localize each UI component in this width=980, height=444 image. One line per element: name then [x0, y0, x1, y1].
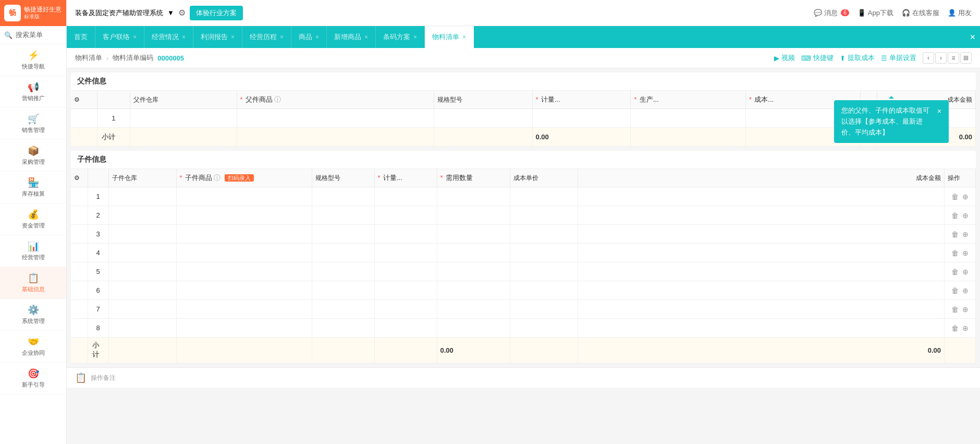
tab-barcode[interactable]: 条码方案 ×	[376, 26, 425, 48]
child-cost-amount-cell[interactable]	[578, 244, 945, 262]
sidebar-item-marketing[interactable]: 📢 营销推广	[0, 76, 66, 108]
tab-customers-close[interactable]: ×	[133, 33, 137, 41]
child-qty-cell[interactable]	[437, 281, 510, 300]
child-unit-cell[interactable]	[374, 244, 437, 262]
child-qty-cell[interactable]	[437, 319, 510, 338]
child-spec-cell[interactable]	[312, 262, 374, 281]
child-warehouse-cell[interactable]	[108, 187, 176, 206]
child-cost-price-cell[interactable]	[510, 225, 578, 244]
tab-bom-close[interactable]: ×	[462, 33, 466, 41]
delete-row-icon[interactable]: 🗑	[951, 268, 959, 276]
parent-goods-cell[interactable]	[237, 109, 434, 128]
delete-row-icon[interactable]: 🗑	[951, 249, 959, 257]
child-cost-amount-cell[interactable]	[578, 319, 945, 338]
child-qty-cell[interactable]	[437, 206, 510, 225]
child-goods-cell[interactable]	[176, 300, 312, 319]
child-cost-price-cell[interactable]	[510, 281, 578, 300]
grid-view-button[interactable]: ⊞	[960, 52, 972, 64]
child-goods-cell[interactable]	[176, 319, 312, 338]
tab-home[interactable]: 首页	[67, 26, 95, 48]
child-cost-price-cell[interactable]	[510, 187, 578, 206]
close-all-tabs[interactable]: ✕	[965, 33, 980, 41]
copy-row-icon[interactable]: ⊕	[962, 193, 969, 201]
tab-bom[interactable]: 物料清单 ×	[425, 26, 474, 48]
child-spec-cell[interactable]	[312, 225, 374, 244]
sidebar-item-finance[interactable]: 💰 资金管理	[0, 203, 66, 235]
tab-customers[interactable]: 客户联络 ×	[95, 26, 144, 48]
list-view-button[interactable]: ≡	[948, 52, 959, 64]
child-warehouse-cell[interactable]	[108, 300, 176, 319]
copy-row-icon[interactable]: ⊕	[962, 305, 969, 314]
child-unit-cell[interactable]	[374, 319, 437, 338]
sidebar-item-purchase[interactable]: 📦 采购管理	[0, 140, 66, 172]
tab-profit[interactable]: 利润报告 ×	[193, 26, 242, 48]
delete-row-icon[interactable]: 🗑	[951, 286, 959, 295]
shortcut-button[interactable]: ⌨ 快捷键	[801, 53, 834, 63]
sidebar-item-enterprise[interactable]: 🤝 企业协同	[0, 331, 66, 363]
tab-addgoods-close[interactable]: ×	[364, 33, 368, 41]
tab-history[interactable]: 经营历程 ×	[242, 26, 291, 48]
tab-operations[interactable]: 经营情况 ×	[144, 26, 193, 48]
child-goods-cell[interactable]	[176, 225, 312, 244]
child-qty-cell[interactable]	[437, 244, 510, 262]
child-warehouse-cell[interactable]	[108, 281, 176, 300]
copy-row-icon[interactable]: ⊕	[962, 211, 969, 220]
view-video-button[interactable]: ▶ 视频	[774, 53, 795, 63]
child-goods-cell[interactable]	[176, 206, 312, 225]
child-spec-cell[interactable]	[312, 206, 374, 225]
sidebar-item-operations[interactable]: 📊 经营管理	[0, 235, 66, 267]
child-warehouse-cell[interactable]	[108, 206, 176, 225]
delete-row-icon[interactable]: 🗑	[951, 305, 959, 314]
child-unit-cell[interactable]	[374, 300, 437, 319]
sidebar-item-inventory[interactable]: 🏪 库存核算	[0, 172, 66, 203]
child-warehouse-cell[interactable]	[108, 262, 176, 281]
child-col-settings[interactable]: ⚙	[71, 169, 88, 187]
child-cost-price-cell[interactable]	[510, 319, 578, 338]
copy-row-icon[interactable]: ⊕	[962, 249, 969, 257]
child-cost-amount-cell[interactable]	[578, 262, 945, 281]
tab-goods-close[interactable]: ×	[315, 33, 319, 41]
sidebar-item-sales[interactable]: 🛒 销售管理	[0, 108, 66, 140]
child-cost-price-cell[interactable]	[510, 262, 578, 281]
child-cost-amount-cell[interactable]	[578, 206, 945, 225]
sidebar-item-basicinfo[interactable]: 📋 基础信息	[0, 267, 66, 299]
child-unit-cell[interactable]	[374, 262, 437, 281]
tab-profit-close[interactable]: ×	[231, 33, 235, 41]
child-spec-cell[interactable]	[312, 281, 374, 300]
child-unit-cell[interactable]	[374, 206, 437, 225]
child-spec-cell[interactable]	[312, 187, 374, 206]
delete-row-icon[interactable]: 🗑	[951, 230, 959, 238]
parent-production-cell[interactable]	[631, 109, 745, 128]
child-unit-cell[interactable]	[374, 225, 437, 244]
parent-spec-cell[interactable]	[434, 109, 532, 128]
copy-row-icon[interactable]: ⊕	[962, 268, 969, 276]
next-button[interactable]: ›	[935, 52, 947, 64]
child-cost-amount-cell[interactable]	[578, 300, 945, 319]
child-cost-amount-cell[interactable]	[578, 187, 945, 206]
child-cost-price-cell[interactable]	[510, 300, 578, 319]
child-unit-cell[interactable]	[374, 281, 437, 300]
copy-row-icon[interactable]: ⊕	[962, 230, 969, 238]
sidebar-item-system[interactable]: ⚙️ 系统管理	[0, 299, 66, 331]
extract-cost-button[interactable]: ⬆ 提取成本	[840, 53, 875, 63]
messages-button[interactable]: 💬 消息 6	[814, 8, 849, 18]
child-goods-cell[interactable]	[176, 262, 312, 281]
tab-barcode-close[interactable]: ×	[413, 33, 417, 41]
tooltip-close-button[interactable]: ×	[937, 105, 941, 117]
child-cost-price-cell[interactable]	[510, 206, 578, 225]
child-qty-cell[interactable]	[437, 262, 510, 281]
parent-col-settings[interactable]: ⚙	[71, 91, 97, 109]
scan-badge[interactable]: 扫码录入	[225, 174, 254, 182]
delete-row-icon[interactable]: 🗑	[951, 211, 959, 220]
tab-goods[interactable]: 商品 ×	[291, 26, 327, 48]
child-spec-cell[interactable]	[312, 300, 374, 319]
delete-row-icon[interactable]: 🗑	[951, 193, 959, 201]
child-warehouse-cell[interactable]	[108, 244, 176, 262]
child-warehouse-cell[interactable]	[108, 319, 176, 338]
child-goods-cell[interactable]	[176, 281, 312, 300]
child-qty-cell[interactable]	[437, 187, 510, 206]
child-goods-cell[interactable]	[176, 244, 312, 262]
child-qty-cell[interactable]	[437, 300, 510, 319]
child-spec-cell[interactable]	[312, 319, 374, 338]
tab-history-close[interactable]: ×	[280, 33, 284, 41]
